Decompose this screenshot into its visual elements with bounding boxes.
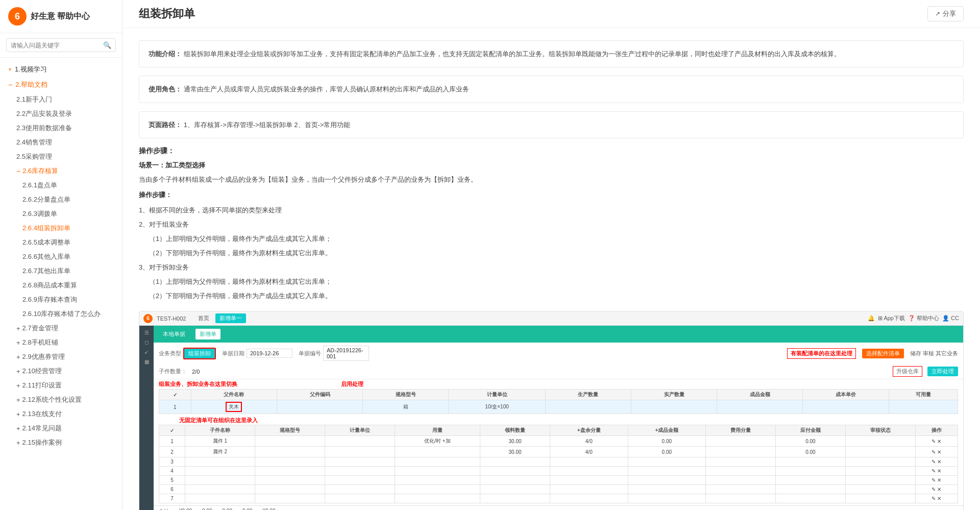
logo-area: 6 好生意 帮助中心 [0, 0, 122, 33]
scene1-desc: 当由多个子件材料组装成一个成品的业务为【组装】业务，当由一个父件拆分成多个子产品… [139, 174, 964, 185]
sidebar-item-2-4[interactable]: 2.4销售管理 [0, 135, 122, 150]
ss-th-spec: 规格型号 [363, 390, 449, 400]
annotation-type-switch-row: 组装业务、拆卸业务在这里切换 启用处理 [154, 379, 963, 389]
ss-form-date: 单据日期 2019-12-26 [222, 349, 292, 358]
share-button[interactable]: ↗ 分享 [927, 6, 964, 21]
ss-th-product-amount: 成品金额 [717, 390, 803, 400]
ss-date-value: 2019-12-26 [247, 349, 292, 358]
sidebar-item-2-13[interactable]: + 2.13在线支付 [0, 407, 122, 421]
ss-th-parent-code: 父件编码 [277, 390, 362, 400]
ss-tab-list[interactable]: 本地单据 [159, 329, 189, 339]
sidebar-item-2-7[interactable]: + 2.7资金管理 [0, 321, 122, 335]
sidebar-item-2-6-10[interactable]: 2.6.10库存账本错了怎么办 [0, 307, 122, 321]
search-icon[interactable]: 🔍 [103, 41, 111, 49]
step-2: 2、对于组装业务 [139, 218, 964, 231]
plus-icon-2-8: + [16, 339, 20, 347]
sidebar-item-2-2[interactable]: 2.2产品安装及登录 [0, 107, 122, 121]
ss-form-number: 单据编号 AD-20191226-001 [299, 346, 369, 361]
sidebar-item-2-6-1[interactable]: 2.6.1盘点单 [0, 178, 122, 192]
sidebar-item-2-6-9[interactable]: 2.6.9库存账本查询 [0, 293, 122, 307]
sidebar-item-2-5[interactable]: 2.5采购管理 [0, 150, 122, 164]
annotation-no-bom-row: 无固定清单可在组织在这里录入 [154, 416, 963, 425]
table-row: 5✎ ✕ [159, 476, 958, 485]
sidebar-item-2-6-4[interactable]: 2.6.4组装拆卸单 [0, 221, 122, 235]
screenshot-inner: 6 TEST-H002 首页 新增单一 🔔 ⊞ App下载 ❓ 帮助中心 👤 C… [139, 311, 963, 510]
ss-warehouse-box: 升级仓库 [893, 366, 922, 377]
table-row: 1 关木 箱 10/盒×100 [159, 400, 958, 414]
table-row: 4✎ ✕ [159, 467, 958, 476]
sidebar-item-video[interactable]: + 1.视频学习 [0, 62, 122, 77]
sidebar-item-2-6-8[interactable]: 2.6.8商品成本重算 [0, 278, 122, 293]
ss-icon-bell: 🔔 [868, 315, 875, 322]
step-3: 3、对于拆卸业务 [139, 261, 964, 274]
sidebar-item-2-6-2[interactable]: 2.6.2分量盘点单 [0, 192, 122, 207]
sidebar-item-2-6[interactable]: − 2.6库存核算 [0, 164, 122, 178]
ops-steps-title: 操作步骤： [139, 190, 964, 200]
ss-tab-bar: 本地单据 新增单 [154, 326, 963, 343]
ss-total-v2: 0.00 [202, 508, 212, 510]
ss-form-type: 业务类型 组装拆卸 [159, 348, 216, 359]
ss-th-unit: 计量单位 [449, 390, 545, 400]
sidebar-item-2-6-5[interactable]: 2.6.5成本调整单 [0, 235, 122, 250]
sidebar-item-2-9[interactable]: + 2.9优惠券管理 [0, 350, 122, 364]
top-bar: 组装拆卸单 ↗ 分享 [122, 0, 980, 28]
intro-text: 组装拆卸单用来处理企业组装或拆卸等加工业务，支持有固定装配清单的产品加工业务，也… [184, 50, 841, 58]
plus-icon-2-9: + [16, 353, 20, 361]
ss-th-check: ✓ [159, 390, 191, 400]
ss-total-v3: 0.00 [223, 508, 232, 510]
ss-warehouse-label: 升级仓库 [896, 368, 919, 374]
ss-tab-new[interactable]: 新增单 [195, 329, 220, 339]
table-row: 3✎ ✕ [159, 457, 958, 467]
sidebar-item-2-10[interactable]: + 2.10经营管理 [0, 364, 122, 378]
ss-total-v4: 0.00 [242, 508, 252, 510]
ss-lower-table: ✓ 子件名称 规格型号 计量单位 用量 领料数量 +盘余分量 +成品金额 费用分 [159, 425, 958, 503]
ss-btn-save[interactable]: 储存 审核 其它业务 [910, 350, 958, 357]
ss-items-label: 子件数量： [159, 368, 187, 375]
ss-th-l-status: 审核状态 [845, 425, 915, 436]
sidebar-item-2-11[interactable]: + 2.11打印设置 [0, 378, 122, 393]
sidebar-item-2-6-6[interactable]: 2.6.6其他入库单 [0, 250, 122, 264]
ss-th-l-payable: 应付金额 [775, 425, 845, 436]
ss-strip-icon1: ☰ [144, 330, 149, 335]
sidebar-item-help-docs[interactable]: − 2.帮助文档 [0, 77, 122, 92]
sidebar-item-2-14[interactable]: + 2.14常见问题 [0, 421, 122, 435]
plus-icon-2-10: + [16, 368, 20, 375]
ss-th-l-unit: 计量单位 [325, 425, 395, 436]
ss-btn-confirm[interactable]: 立即处理 [927, 367, 958, 376]
step-3-2: （2）下部明细为子件明细，最终作为产成品生成其它入库单。 [149, 289, 964, 303]
ss-th-l-surplus: +盘余分量 [550, 425, 628, 436]
logo-icon: 6 [8, 7, 27, 26]
ss-td-parent-name: 关木 [191, 400, 277, 414]
sidebar-item-2-6-7[interactable]: 2.6.7其他出库单 [0, 264, 122, 278]
annotation-type-switch: 组装业务、拆卸业务在这里切换 [159, 381, 237, 387]
sidebar-item-2-15[interactable]: + 2.15操作案例 [0, 435, 122, 450]
sidebar-item-2-12[interactable]: + 2.12系统个性化设置 [0, 393, 122, 407]
ss-upper-table-container: ✓ 父件名称 父件编码 规格型号 计量单位 生产数量 实产数量 成品金额 成本单 [154, 389, 963, 416]
ss-th-plan-qty: 生产数量 [545, 390, 631, 400]
ss-th-l-fee: 费用分量 [706, 425, 776, 436]
ss-left-strip: ☰ ◻ ↙ ▦ [139, 326, 154, 510]
sidebar-item-2-1[interactable]: 2.1新手入门 [0, 92, 122, 107]
ops-section: 操作步骤： 场景一：加工类型选择 当由多个子件材料组装成一个成品的业务为【组装】… [139, 147, 964, 303]
sidebar-item-label: 2.帮助文档 [15, 80, 47, 89]
path-label: 页面路径： [149, 121, 182, 129]
ss-total-label: 合计 [159, 508, 169, 510]
role-text: 通常由生产人员或库管人员完成拆装业务的操作，库管人员确认原材料的出库和产成品的入… [184, 85, 469, 93]
ss-type-value[interactable]: 组装拆卸 [183, 348, 216, 359]
annotation-no-bom: 无固定清单可在组织在这里录入 [179, 417, 258, 423]
ss-upper-table: ✓ 父件名称 父件编码 规格型号 计量单位 生产数量 实产数量 成品金额 成本单 [159, 389, 958, 414]
ss-th-parent-name: 父件名称 [191, 390, 277, 400]
sidebar-item-2-8[interactable]: + 2.8手机旺铺 [0, 335, 122, 350]
ss-btn-select[interactable]: 选择配件清单 [862, 349, 904, 358]
ss-th-cost-price: 成本单价 [803, 390, 889, 400]
plus-icon-2-7: + [16, 325, 20, 332]
ss-nav-new[interactable]: 新增单一 [215, 313, 246, 323]
search-input[interactable] [11, 42, 103, 49]
ss-nav-home[interactable]: 首页 [194, 313, 213, 323]
sidebar-item-2-3[interactable]: 2.3使用前数据准备 [0, 121, 122, 135]
sidebar-item-2-6-3[interactable]: 2.6.3调拨单 [0, 207, 122, 221]
ss-th-l-spec: 规格型号 [255, 425, 325, 436]
table-row: 1 属件 1 优化/时 +加 30.00 4/0 0.00 [159, 436, 958, 447]
ss-th-l-ops: 操作 [915, 425, 958, 436]
role-block: 使用角色： 通常由生产人员或库管人员完成拆装业务的操作，库管人员确认原材料的出库… [139, 76, 964, 103]
